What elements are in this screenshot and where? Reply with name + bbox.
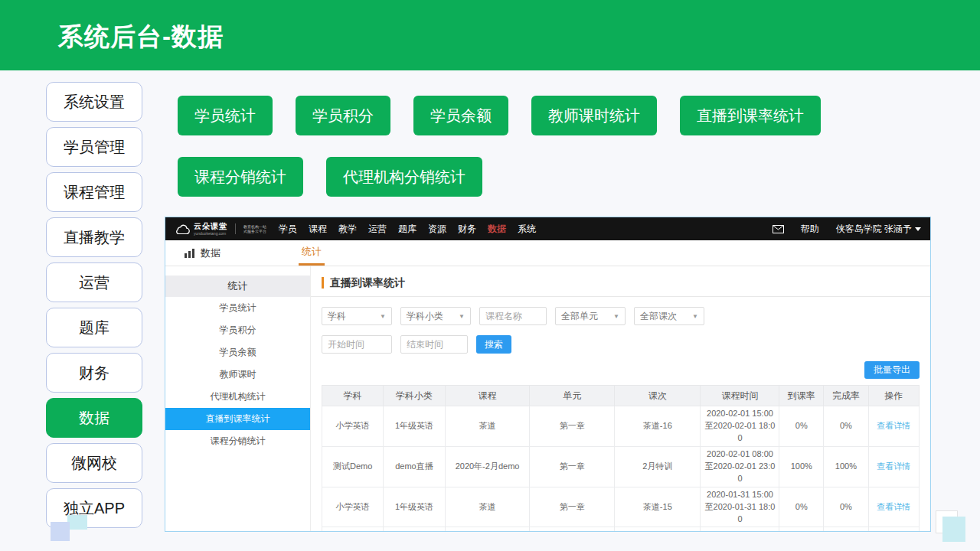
table-row: 小学英语1年级英语寒假辅导第一章寒假辅导-52020-01-31 09:00至2… (322, 527, 920, 532)
table-cell: 寒假辅导 (445, 527, 530, 532)
table-cell: 茶道-16 (615, 406, 701, 447)
admin-screenshot: 云朵课堂 yunduoketang.com 教育机构一站 式服务云平台 学员课程… (165, 217, 931, 532)
subject-select[interactable]: 学科▼ (322, 307, 392, 325)
nav-item-学员[interactable]: 学员 (279, 223, 297, 236)
table-cell-action: 查看详情 (868, 406, 919, 447)
sidebar-item-微网校[interactable]: 微网校 (46, 443, 142, 483)
table-row: 小学英语1年级英语茶道第一章茶道-162020-02-01 15:00至2020… (322, 406, 920, 447)
quick-button-学员积分[interactable]: 学员积分 (296, 96, 390, 135)
nav-item-课程[interactable]: 课程 (309, 223, 327, 236)
table-cell: 100% (779, 446, 824, 487)
logo-text: 云朵课堂 yunduoketang.com (194, 223, 227, 236)
table-cell: 小学英语 (322, 527, 384, 532)
sidebar-item-系统设置[interactable]: 系统设置 (46, 82, 142, 122)
side-menu-item-学员余额[interactable]: 学员余额 (165, 341, 310, 364)
side-menu-item-学员积分[interactable]: 学员积分 (165, 319, 310, 341)
table-header-row: 学科学科小类课程单元课次课程时间到课率完成率操作 (322, 386, 920, 406)
logo-divider (235, 223, 236, 234)
table-cell: demo直播 (384, 446, 445, 487)
chevron-down-icon: ▼ (613, 313, 619, 320)
table-cell: 第一章 (530, 527, 615, 532)
logo-subtitle: yunduoketang.com (194, 232, 227, 236)
sidebar-item-数据[interactable]: 数据 (46, 398, 142, 438)
column-header-完成率: 完成率 (824, 386, 869, 406)
quick-button-课程分销统计[interactable]: 课程分销统计 (178, 157, 303, 197)
decoration-square (67, 515, 87, 530)
unit-select[interactable]: 全部单元▼ (555, 307, 626, 325)
chevron-down-icon (915, 227, 921, 231)
nav-item-运营[interactable]: 运营 (368, 223, 387, 236)
table-row: 小学英语1年级英语茶道第一章茶道-152020-01-31 15:00至2020… (322, 487, 920, 527)
side-menu-item-教师课时[interactable]: 教师课时 (165, 364, 310, 386)
sidebar-item-学员管理[interactable]: 学员管理 (46, 127, 142, 167)
batch-export-button[interactable]: 批量导出 (864, 361, 920, 379)
nav-item-财务[interactable]: 财务 (458, 223, 476, 236)
message-icon[interactable] (773, 225, 784, 233)
column-header-课次: 课次 (615, 386, 701, 406)
logo-tagline: 教育机构一站 式服务云平台 (243, 224, 266, 234)
bar-chart-icon (184, 248, 195, 258)
table-row: 测试Demodemo直播2020年-2月demo第一章2月特训2020-02-0… (322, 446, 920, 487)
decoration-square (51, 522, 70, 541)
sidebar-item-财务[interactable]: 财务 (46, 353, 142, 393)
nav-item-资源[interactable]: 资源 (428, 223, 446, 236)
section-title: 直播到课率统计 (322, 277, 920, 289)
search-button[interactable]: 搜索 (476, 335, 511, 354)
quick-button-学员余额[interactable]: 学员余额 (413, 96, 508, 135)
side-menu-item-学员统计[interactable]: 学员统计 (165, 297, 310, 319)
side-menu-item-直播到课率统计[interactable]: 直播到课率统计 (165, 408, 310, 430)
decoration-square (942, 517, 965, 542)
filter-row-2: 搜索 (322, 335, 920, 354)
statistics-side-menu: 统计学员统计学员积分学员余额教师课时代理机构统计直播到课率统计课程分销统计 (165, 266, 311, 531)
column-header-学科小类: 学科小类 (384, 386, 445, 406)
table-cell: 1年级英语 (384, 487, 445, 527)
table-cell: 0% (824, 406, 869, 447)
quick-button-学员统计[interactable]: 学员统计 (178, 96, 273, 135)
table-cell: 寒假辅导-5 (615, 527, 701, 532)
column-header-学科: 学科 (322, 386, 384, 406)
table-cell-action: 查看详情 (868, 527, 919, 532)
table-cell: 第一章 (530, 487, 615, 527)
tab-statistics[interactable]: 统计 (299, 240, 325, 266)
admin-subnav: 数据 统计 (165, 240, 930, 266)
table-cell: 100% (824, 446, 869, 487)
column-header-课程时间: 课程时间 (701, 386, 779, 406)
course-name-input[interactable] (479, 307, 547, 325)
column-header-操作: 操作 (868, 386, 919, 406)
sidebar-item-运营[interactable]: 运营 (46, 262, 142, 302)
statistics-content: 直播到课率统计 学科▼ 学科小类▼ 全部单元▼ 全部课次▼ (311, 266, 930, 531)
start-time-input[interactable] (322, 335, 392, 354)
table-cell: 2月特训 (615, 446, 701, 487)
quick-button-教师课时统计[interactable]: 教师课时统计 (531, 96, 657, 135)
view-details-link[interactable]: 查看详情 (877, 461, 910, 471)
sidebar-item-直播教学[interactable]: 直播教学 (46, 217, 142, 257)
side-menu-item-课程分销统计[interactable]: 课程分销统计 (165, 430, 310, 452)
lesson-select[interactable]: 全部课次▼ (634, 307, 704, 325)
chevron-down-icon: ▼ (692, 313, 698, 320)
attendance-table: 学科学科小类课程单元课次课程时间到课率完成率操作 小学英语1年级英语茶道第一章茶… (322, 385, 920, 532)
nav-item-教学[interactable]: 教学 (338, 223, 357, 236)
divider (311, 296, 930, 297)
nav-item-数据[interactable]: 数据 (488, 223, 506, 236)
nav-item-题库[interactable]: 题库 (398, 223, 416, 236)
subject-subcategory-select[interactable]: 学科小类▼ (400, 307, 471, 325)
table-cell: 茶道-15 (615, 487, 701, 527)
side-menu-item-代理机构统计[interactable]: 代理机构统计 (165, 386, 310, 408)
logo: 云朵课堂 yunduoketang.com 教育机构一站 式服务云平台 (175, 223, 266, 236)
chevron-down-icon: ▼ (380, 313, 386, 320)
breadcrumb-section: 数据 (201, 246, 220, 260)
quick-button-直播到课率统计[interactable]: 直播到课率统计 (680, 96, 821, 135)
table-cell: 1年级英语 (384, 527, 445, 532)
end-time-input[interactable] (400, 335, 468, 354)
account-menu[interactable]: 侠客岛学院 张涵予 (836, 223, 921, 236)
table-cell: 小学英语 (322, 406, 384, 447)
nav-item-系统[interactable]: 系统 (518, 223, 536, 236)
help-link[interactable]: 帮助 (801, 223, 819, 236)
admin-body: 统计学员统计学员积分学员余额教师课时代理机构统计直播到课率统计课程分销统计 直播… (165, 266, 930, 531)
quick-button-代理机构分销统计[interactable]: 代理机构分销统计 (326, 157, 482, 197)
view-details-link[interactable]: 查看详情 (877, 502, 910, 511)
view-details-link[interactable]: 查看详情 (877, 421, 910, 430)
table-cell: 小学英语 (322, 487, 384, 527)
sidebar-item-题库[interactable]: 题库 (46, 308, 142, 347)
sidebar-item-课程管理[interactable]: 课程管理 (46, 172, 142, 212)
